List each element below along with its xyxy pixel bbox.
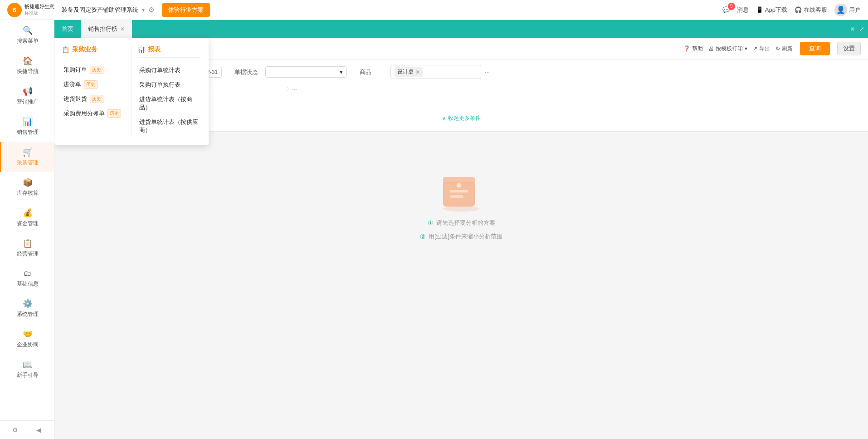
empty-state: ① 请先选择要分析的方案 ② 用[过滤]条件来缩小分析范围	[54, 132, 868, 277]
logo-text-block: 畅捷通好生意 标准版	[24, 3, 54, 16]
dropdown-col1-title: 📋 采购业务	[62, 45, 126, 57]
app-download-label: App下载	[765, 6, 787, 14]
sidebar-label-inventory: 库存核算	[17, 189, 39, 197]
tab-home[interactable]: 首页	[54, 20, 81, 38]
system-icon: ⚙️	[23, 299, 33, 309]
settings-icon[interactable]: ⚙	[148, 5, 155, 14]
logo-title: 畅捷通好生意	[24, 3, 54, 10]
export-btn[interactable]: ↗ 导出	[753, 45, 770, 53]
enterprise-icon: 🤝	[23, 329, 33, 339]
home-icon: 🏠	[23, 56, 33, 66]
sidebar-item-capital[interactable]: 💰 资金管理	[0, 202, 54, 233]
dropdown-item-in-stat-supplier-label: 进货单统计表（按供应商）	[139, 118, 200, 134]
operation-icon: 📋	[23, 238, 33, 248]
purchase-icon: 🛒	[23, 147, 33, 157]
dropdown-col1-label: 采购业务	[72, 45, 98, 54]
search-icon: 🔍	[23, 25, 33, 35]
content-area: 首页 销售排行榜 ✕ 📋 采购业务 采购订单 历史	[54, 20, 868, 439]
goods-ellipsis[interactable]: ···	[485, 69, 490, 75]
dropdown-item-purchase-return-label: 进货退货	[63, 95, 87, 103]
tab-sales-rank[interactable]: 销售排行榜 ✕	[81, 20, 132, 38]
report-icon: 📊	[137, 46, 145, 53]
svg-rect-3	[450, 190, 468, 192]
goods-input[interactable]: 设计桌 ✕	[390, 65, 481, 79]
sidebar-collapse-btn[interactable]: ◀	[29, 426, 49, 434]
sidebar-label-system: 系统管理	[17, 311, 39, 318]
sidebar-item-enterprise[interactable]: 🤝 企业协同	[0, 324, 54, 354]
dropdown-item-purchase-order[interactable]: 采购订单 历史	[62, 63, 126, 77]
tab-close-icon[interactable]: ✕	[120, 26, 125, 32]
headset-icon: 🎧	[795, 6, 802, 13]
dropdown-col-report: 📊 报表 采购订单统计表 采购订单执行表 进货单统计表（按商品） 进货单统计表（…	[137, 45, 202, 138]
sidebar-footer: ⚙ ◀	[0, 420, 54, 439]
sidebar-item-operation[interactable]: 📋 经营管理	[0, 233, 54, 263]
tab-bar: 首页 销售排行榜 ✕ 📋 采购业务 采购订单 历史	[54, 20, 868, 38]
sidebar-item-search[interactable]: 🔍 搜索菜单	[0, 20, 54, 50]
sidebar-item-basic[interactable]: 🗂 基础信息	[0, 263, 54, 293]
svg-point-0	[443, 206, 479, 212]
main-layout: 🔍 搜索菜单 🏠 快捷导航 📢 营销推广 📊 销售管理 🛒 采购管理 📦 库存核…	[0, 20, 868, 439]
doc-status-label: 单据状态	[234, 68, 262, 76]
tab-sales-rank-label: 销售排行榜	[88, 25, 117, 33]
dropdown-item-in-stat-supplier[interactable]: 进货单统计表（按供应商）	[137, 115, 202, 138]
system-title-area: 装备及固定资产辅助管理系统 ▾ ⚙ 体验行业方案	[62, 3, 722, 17]
dropdown-item-purchase-order-label: 采购订单	[63, 66, 87, 74]
industry-btn[interactable]: 体验行业方案	[162, 3, 210, 17]
salesperson-input[interactable]	[198, 87, 288, 91]
logo-icon: 6	[7, 3, 22, 17]
sidebar-label-search: 搜索菜单	[17, 37, 39, 45]
menu-divider	[132, 45, 132, 138]
online-service-item[interactable]: 🎧 在线客服	[795, 6, 827, 14]
help-btn[interactable]: ❓ 帮助	[683, 45, 703, 53]
goods-filter: 商品 设计桌 ✕ ···	[360, 65, 490, 79]
refresh-icon: ↻	[775, 45, 780, 52]
doc-status-input[interactable]: ▾	[265, 66, 347, 78]
sidebar-item-sales[interactable]: 📊 销售管理	[0, 111, 54, 142]
svg-rect-4	[450, 195, 463, 198]
dropdown-item-order-stat-label: 采购订单统计表	[139, 66, 180, 74]
avatar: 👤	[834, 4, 847, 16]
empty-hint-1: ① 请先选择要分析的方案	[428, 219, 495, 227]
title-dropdown-icon[interactable]: ▾	[142, 7, 145, 13]
dropdown-item-order-stat[interactable]: 采购订单统计表	[137, 63, 202, 78]
sidebar-label-purchase: 采购管理	[17, 159, 39, 167]
print-dropdown-icon: ▾	[745, 45, 747, 52]
print-icon: 🖨	[708, 45, 714, 52]
dropdown-item-order-exec[interactable]: 采购订单执行表	[137, 78, 202, 92]
refresh-btn[interactable]: ↻ 刷新	[775, 45, 793, 53]
tab-expand-btn[interactable]: ⤢	[859, 25, 864, 33]
query-btn[interactable]: 查询	[800, 42, 830, 55]
sidebar-label-marketing: 营销推广	[17, 98, 39, 106]
dropdown-col2-title: 📊 报表	[137, 45, 202, 58]
logo-badge: 标准版	[24, 10, 54, 16]
message-item[interactable]: 💬 9 消息	[722, 6, 749, 14]
sidebar-item-quick[interactable]: 🏠 快捷导航	[0, 50, 54, 81]
setting-btn[interactable]: 设置	[837, 42, 861, 55]
sidebar-settings-btn[interactable]: ⚙	[5, 426, 25, 434]
sidebar: 🔍 搜索菜单 🏠 快捷导航 📢 营销推广 📊 销售管理 🛒 采购管理 📦 库存核…	[0, 20, 54, 439]
sidebar-item-marketing[interactable]: 📢 营销推广	[0, 81, 54, 111]
empty-icon	[434, 168, 488, 213]
sidebar-item-guide[interactable]: 📖 新手引导	[0, 354, 54, 385]
goods-tag: 设计桌 ✕	[395, 67, 423, 77]
dropdown-item-purchase-in[interactable]: 进货单 历史	[62, 77, 126, 92]
app-download-item[interactable]: 📱 App下载	[756, 6, 787, 14]
empty-hint-2: ② 用[过滤]条件来缩小分析范围	[420, 232, 502, 241]
doc-status-dropdown-icon: ▾	[340, 69, 343, 75]
tab-close-all-btn[interactable]: ✕	[850, 25, 855, 33]
dropdown-item-purchase-fee[interactable]: 采购费用分摊单 历史	[62, 106, 126, 121]
sidebar-item-inventory[interactable]: 📦 库存核算	[0, 172, 54, 202]
salesperson-ellipsis[interactable]: ···	[292, 86, 297, 93]
capital-icon: 💰	[23, 208, 33, 218]
print-btn[interactable]: 🖨 按模板打印 ▾	[708, 45, 747, 53]
goods-tag-remove[interactable]: ✕	[415, 69, 420, 75]
dropdown-col2-label: 报表	[148, 45, 161, 54]
sidebar-item-system[interactable]: ⚙️ 系统管理	[0, 293, 54, 324]
mobile-icon: 📱	[756, 6, 763, 13]
message-label: 消息	[737, 6, 749, 14]
user-item[interactable]: 👤 用户	[834, 4, 861, 16]
dropdown-item-purchase-return[interactable]: 进货退货 历史	[62, 92, 126, 106]
dropdown-item-in-stat-goods[interactable]: 进货单统计表（按商品）	[137, 92, 202, 115]
sidebar-item-purchase[interactable]: 🛒 采购管理	[0, 142, 54, 172]
tab-bar-right: ✕ ⤢	[850, 25, 868, 33]
